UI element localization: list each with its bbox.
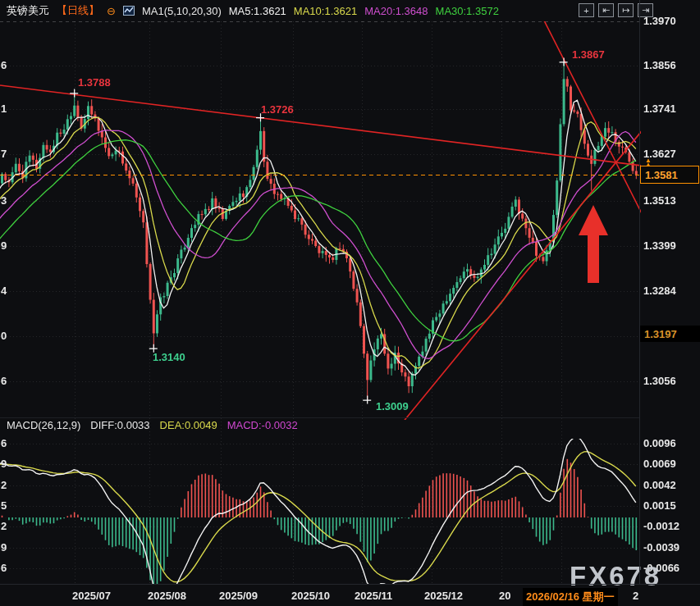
macd-dea-value: DEA:0.0049 (160, 419, 217, 431)
macd-title: MACD(26,12,9) (7, 419, 80, 431)
auto-scroll-icon: ↦ (622, 5, 629, 16)
price-tick: 1.3856 (643, 59, 676, 71)
macd-tick: 0.0042 (643, 479, 676, 491)
macd-tick: 0.0069 (643, 458, 676, 470)
current-price-badge: 1.3581 (640, 166, 699, 184)
price-tick: 1.3284 (643, 285, 676, 297)
left-axis-digit: 3 (1, 194, 7, 207)
chart-canvas[interactable] (0, 0, 700, 606)
crosshair-pan-icon: + (583, 6, 588, 16)
annotation-swing-high: 1.3867 (572, 48, 605, 61)
auto-scroll-button[interactable]: ↦ (618, 3, 634, 17)
left-axis-digit: 6 (1, 59, 7, 71)
zoom-fit-icon: ⇤ (602, 5, 610, 16)
annotation-swing-high: 1.3726 (261, 103, 294, 116)
price-tick: 1.3741 (643, 103, 676, 115)
left-axis-digit: 0 (1, 330, 7, 342)
zoom-fit-button[interactable]: ⇤ (598, 3, 614, 17)
ma30-value: MA30:1.3572 (436, 5, 499, 17)
macd-header: MACD(26,12,9) DIFF:0.0033 DEA:0.0049 MAC… (7, 419, 298, 431)
time-label-partial: 20 (499, 590, 510, 602)
time-label: 2025/09 (219, 590, 258, 602)
macd-tick: -0.0039 (643, 541, 679, 554)
left-axis-digit: 1 (1, 103, 7, 115)
trading-chart-window: 英镑美元 【日线】 ⊖ MA1(5,10,20,30) MA5:1.3621 M… (0, 0, 700, 606)
left-axis-digit: 6 (1, 437, 7, 449)
period-label: 【日线】 (57, 3, 99, 18)
ma20-value: MA20:1.3648 (364, 5, 428, 17)
annotation-swing-high: 1.3788 (78, 76, 111, 89)
macd-macd-value: MACD:-0.0032 (227, 419, 298, 431)
time-label: 2025/12 (424, 590, 463, 602)
left-axis-digit: 7 (1, 148, 7, 160)
annotation-swing-low: 1.3140 (153, 351, 185, 363)
macd-tick: 0.0015 (643, 499, 676, 512)
collapse-icon[interactable]: ⊖ (107, 5, 116, 17)
ma5-value: MA5:1.3621 (229, 5, 286, 17)
time-label: 2025/11 (355, 590, 392, 602)
macd-diff-value: DIFF:0.0033 (90, 419, 149, 431)
marked-price-badge: 1.3197 (640, 326, 700, 342)
annotation-swing-low: 1.3009 (376, 400, 409, 412)
left-axis-digit: 2 (1, 479, 7, 491)
symbol-title: 英镑美元 (7, 3, 49, 18)
macd-tick: -0.0012 (643, 520, 679, 532)
left-axis-digit: 9 (1, 458, 7, 470)
left-axis-digit: 9 (1, 541, 7, 554)
time-label: 2025/07 (72, 590, 111, 602)
left-axis-digit: 5 (1, 499, 7, 512)
axis-separator (639, 0, 640, 584)
macd-tick: 0.0096 (643, 437, 676, 449)
ma-settings-label: MA1(5,10,20,30) (142, 5, 222, 17)
price-tick: 1.3970 (643, 15, 676, 27)
price-tick: 1.3056 (643, 375, 676, 387)
time-label: 2025/10 (291, 590, 330, 602)
chart-type-icon[interactable] (123, 6, 135, 16)
price-tick: 1.3399 (643, 239, 676, 252)
left-axis-digit: 6 (1, 375, 7, 387)
panel-separator (0, 417, 639, 418)
left-axis-digit: 6 (1, 562, 7, 574)
left-axis-digit: 4 (1, 285, 7, 297)
crosshair-pan-button[interactable]: + (579, 3, 594, 17)
watermark: FX678 (570, 561, 661, 592)
time-label: 2025/08 (148, 590, 186, 602)
left-axis-digit: 9 (1, 239, 7, 252)
timeaxis-separator (0, 584, 700, 585)
chart-header: 英镑美元 【日线】 ⊖ MA1(5,10,20,30) MA5:1.3621 M… (7, 3, 499, 18)
left-axis-digit: 2 (1, 520, 7, 532)
price-tick: 1.3513 (643, 194, 676, 207)
ma10-value: MA10:1.3621 (294, 5, 357, 17)
chart-toolbar: + ⇤ ↦ ⇥ (579, 3, 653, 17)
